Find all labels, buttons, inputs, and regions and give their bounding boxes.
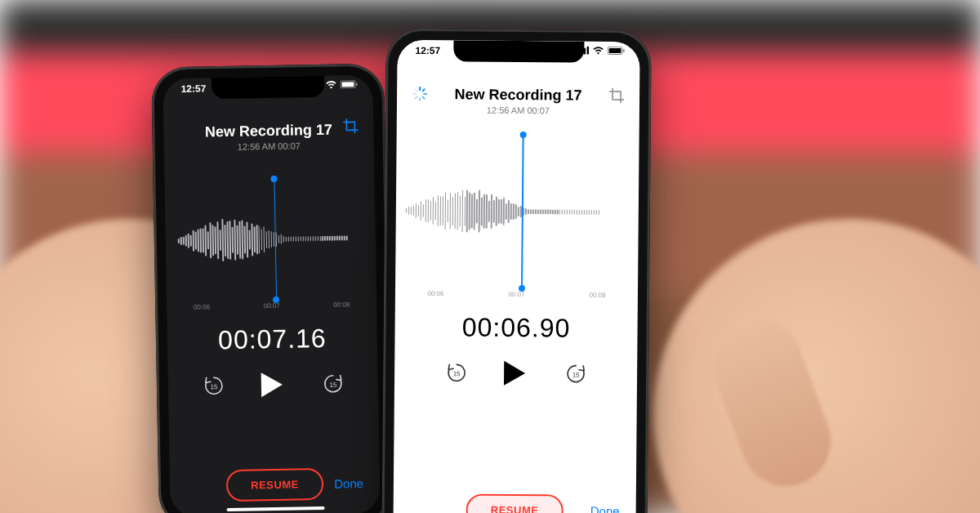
tick-label: 00:08	[333, 301, 350, 308]
svg-rect-6	[356, 83, 358, 86]
resume-button[interactable]: RESUME	[226, 468, 323, 502]
phone-dark: 12:57 New Recording 17 12:56 AM 00:07 00…	[151, 64, 392, 513]
skip-back-button[interactable]: 15	[202, 374, 225, 397]
waveform	[405, 178, 546, 245]
recording-content: New Recording 17 12:56 AM 00:07 00:06 00…	[393, 81, 639, 513]
timeline-ticks: 00:06 00:07 00:08	[395, 290, 638, 300]
screen-dark: 12:57 New Recording 17 12:56 AM 00:07 00…	[163, 75, 380, 513]
recording-subtitle: 12:56 AM 00:07	[487, 105, 550, 116]
tick-label: 00:08	[589, 292, 605, 299]
resume-button[interactable]: RESUME	[466, 493, 564, 513]
waveform	[178, 212, 314, 267]
footer-controls: RESUME Done	[170, 467, 381, 502]
playback-controls: 15 15	[202, 369, 345, 399]
svg-text:15: 15	[210, 383, 218, 390]
play-button[interactable]	[501, 359, 529, 387]
wifi-icon	[325, 81, 336, 89]
recording-title: New Recording 17	[454, 86, 581, 104]
notch	[211, 76, 324, 99]
svg-rect-15	[623, 49, 625, 52]
recording-content: New Recording 17 12:56 AM 00:07 00:06 00…	[163, 116, 380, 513]
timeline-ticks: 00:06 00:07 00:08	[167, 301, 376, 311]
skip-forward-button[interactable]: 15	[564, 363, 586, 386]
status-time: 12:57	[180, 83, 206, 95]
battery-icon	[608, 47, 626, 55]
elapsed-time: 00:07.16	[218, 323, 327, 355]
wifi-icon	[593, 47, 604, 55]
elapsed-time: 00:06.90	[462, 312, 571, 343]
tick-label: 00:07	[264, 302, 280, 310]
waveform-area[interactable]: 00:06 00:07 00:08	[395, 129, 639, 295]
svg-rect-12	[587, 47, 590, 55]
battery-icon	[340, 80, 358, 88]
skip-back-button[interactable]: 15	[444, 361, 467, 384]
playback-controls: 15 15	[444, 359, 586, 388]
done-button[interactable]: Done	[590, 504, 620, 513]
notch	[453, 40, 585, 62]
svg-rect-5	[341, 82, 354, 87]
tick-label: 00:06	[427, 290, 443, 297]
status-time: 12:57	[416, 45, 441, 56]
recording-title: New Recording 17	[205, 122, 332, 141]
done-button[interactable]: Done	[334, 476, 363, 491]
phone-light: 12:57 New Recording 17 12:56 AM 00:07 00…	[381, 29, 652, 513]
tick-label: 00:07	[508, 291, 524, 298]
svg-text:15: 15	[452, 370, 461, 377]
screen-light: 12:57 New Recording 17 12:56 AM 00:07 00…	[393, 40, 639, 513]
tick-label: 00:06	[194, 303, 210, 310]
svg-text:15: 15	[329, 381, 337, 389]
waveform-area[interactable]: 00:06 00:07 00:08	[164, 172, 376, 306]
skip-forward-button[interactable]: 15	[321, 372, 344, 395]
recording-subtitle: 12:56 AM 00:07	[238, 141, 301, 151]
play-button[interactable]	[259, 371, 287, 399]
svg-rect-14	[609, 48, 621, 53]
footer-controls: RESUME Done	[393, 493, 635, 513]
svg-text:15: 15	[572, 372, 580, 379]
